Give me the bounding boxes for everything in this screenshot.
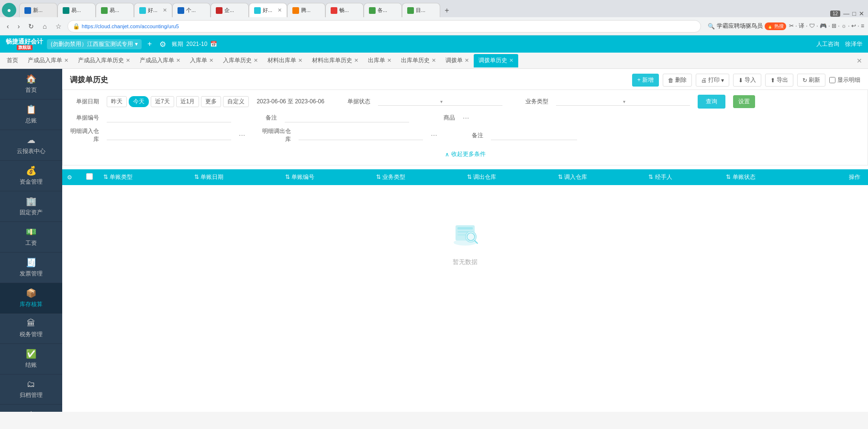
goods-dots[interactable]: ···: [463, 114, 469, 122]
date-7days-btn[interactable]: 近7天: [151, 96, 174, 107]
close-tab-icon[interactable]: ✕: [432, 57, 436, 64]
browser-minimize-btn[interactable]: —: [843, 10, 849, 17]
tab-2[interactable]: 易...: [57, 3, 96, 17]
consultant-label[interactable]: 人工咨询: [816, 40, 839, 48]
page-tab-home[interactable]: 首页: [2, 54, 23, 67]
sidebar-item-fund[interactable]: 💰 资金管理: [0, 161, 62, 191]
tab-5[interactable]: 个...: [172, 3, 211, 17]
sidebar-item-archive[interactable]: 🗂 归档管理: [0, 374, 62, 405]
search-button[interactable]: 查询: [698, 95, 725, 109]
sidebar-item-ledger[interactable]: 📋 总账: [0, 99, 62, 130]
tab-1[interactable]: 新...: [19, 3, 57, 17]
page-tab-cailiao-chuku-history[interactable]: 材料出库单历史 ✕: [307, 54, 363, 67]
sidebar-item-assets[interactable]: 🏢 固定资产: [0, 191, 62, 222]
th-in-warehouse[interactable]: ⇅ 调入仓库: [553, 169, 644, 185]
tab-8[interactable]: 腾...: [287, 3, 325, 17]
tab-4[interactable]: 好... ✕: [134, 3, 172, 17]
note-input[interactable]: [491, 131, 577, 140]
page-tab-chanpin-ruku2[interactable]: 产成品入库单 ✕: [135, 54, 185, 67]
new-tab-button[interactable]: +: [440, 4, 454, 17]
sidebar-item-invoice[interactable]: 🧾 发票管理: [0, 253, 62, 283]
biz-type-filter-select[interactable]: ▾: [556, 98, 690, 106]
close-tab-icon[interactable]: ✕: [298, 57, 302, 64]
page-tab-diaobo[interactable]: 调拨单 ✕: [441, 54, 474, 67]
date-custom-btn[interactable]: 自定义: [223, 96, 249, 107]
import-button[interactable]: ⬇ 导入: [733, 74, 761, 87]
close-tab-icon[interactable]: ✕: [465, 57, 469, 64]
home-button[interactable]: ⌂: [40, 21, 49, 32]
calendar-icon[interactable]: 📅: [210, 41, 217, 47]
page-tab-chanpin-ruku[interactable]: 产成品入库单 ✕: [23, 54, 73, 67]
display-toggle-checkbox[interactable]: [829, 77, 835, 83]
tab-9[interactable]: 畅...: [325, 3, 364, 17]
out-warehouse-dots[interactable]: ···: [431, 131, 437, 140]
sidebar-item-payroll[interactable]: 💵 工资: [0, 222, 62, 253]
page-tab-ruku[interactable]: 入库单 ✕: [185, 54, 218, 67]
sidebar-item-tax[interactable]: 🏛 税务管理: [0, 314, 62, 344]
settings-button[interactable]: ⚙: [157, 40, 168, 49]
sidebar-item-settings[interactable]: ⚙ 基础设置: [0, 405, 62, 412]
close-tab-icon[interactable]: ✕: [126, 57, 130, 64]
page-tab-diaobo-history[interactable]: 调拨单历史 ✕: [474, 54, 518, 67]
add-company-button[interactable]: +: [145, 40, 154, 48]
doc-no-input[interactable]: [107, 113, 231, 122]
select-all-checkbox[interactable]: [86, 173, 93, 180]
collapse-filter-button[interactable]: ∧ 收起更多条件: [445, 150, 486, 158]
company-selector[interactable]: (勿删勿禁用）江西服宝测试专用 ▾: [47, 39, 142, 49]
sidebar-item-close[interactable]: ✅ 结账: [0, 344, 62, 374]
forward-button[interactable]: ›: [15, 21, 23, 32]
page-tab-chanpin-ruku-history[interactable]: 产成品入库单历史 ✕: [73, 54, 135, 67]
tab-7[interactable]: 好... ✕: [249, 3, 287, 17]
sidebar-item-inventory[interactable]: 📦 库存核算: [0, 283, 62, 314]
close-tab-icon[interactable]: ✕: [209, 57, 213, 64]
sidebar-item-reports[interactable]: ☁ 云报表中心: [0, 130, 62, 161]
page-tab-cailiao-chuku[interactable]: 材料出库单 ✕: [263, 54, 307, 67]
page-tab-ruku-history[interactable]: 入库单历史 ✕: [218, 54, 263, 67]
in-warehouse-input[interactable]: [107, 131, 231, 140]
browser-close-btn[interactable]: ✕: [859, 10, 864, 17]
tab-10[interactable]: 各...: [364, 3, 402, 17]
page-tab-chuku-history[interactable]: 出库单历史 ✕: [396, 54, 441, 67]
new-button[interactable]: + 新增: [632, 74, 659, 87]
th-doc-no[interactable]: ⇅ 单账编号: [280, 169, 371, 185]
back-button[interactable]: ‹: [4, 21, 12, 32]
reload-button[interactable]: ↻: [25, 21, 37, 32]
tab-3[interactable]: 易...: [96, 3, 134, 17]
export-button[interactable]: ⬆ 导出: [765, 74, 793, 87]
date-more-btn[interactable]: 更多: [201, 96, 221, 107]
th-checkbox[interactable]: [81, 169, 99, 185]
close-tab-icon[interactable]: ✕: [64, 57, 68, 64]
status-filter-select[interactable]: ▾: [378, 98, 502, 106]
date-yesterday-btn[interactable]: 昨天: [107, 96, 127, 107]
browser-maximize-btn[interactable]: □: [852, 10, 856, 17]
delete-button[interactable]: 🗑 删除: [663, 74, 692, 87]
close-active-tab-icon[interactable]: ✕: [509, 57, 513, 64]
user-name[interactable]: 徐泽华: [845, 40, 862, 48]
th-biz-type[interactable]: ⇅ 业务类型: [371, 169, 462, 185]
close-tab-icon[interactable]: ✕: [254, 57, 258, 64]
print-button[interactable]: 🖨 打印 ▾: [696, 74, 729, 87]
close-tab-icon[interactable]: ✕: [387, 57, 391, 64]
th-gear[interactable]: ⚙: [62, 169, 81, 185]
filter-settings-button[interactable]: 设置: [733, 95, 755, 108]
page-tab-chuku[interactable]: 出库单 ✕: [363, 54, 396, 67]
th-out-warehouse[interactable]: ⇅ 调出仓库: [462, 169, 553, 185]
sidebar-item-home[interactable]: 🏠 首页: [0, 69, 62, 99]
date-today-btn[interactable]: 今天: [129, 96, 149, 107]
close-tab-icon[interactable]: ✕: [354, 57, 358, 64]
refresh-button[interactable]: ↻ 刷新: [797, 74, 825, 87]
tab-11[interactable]: 目...: [402, 3, 440, 17]
in-warehouse-dots[interactable]: ···: [239, 131, 245, 140]
th-doc-status[interactable]: ⇅ 单账状态: [721, 169, 812, 185]
th-doc-date[interactable]: ⇅ 单账日期: [189, 169, 280, 185]
out-warehouse-input[interactable]: [299, 131, 423, 140]
remark-input[interactable]: [285, 113, 409, 122]
display-toggle[interactable]: 显示明细: [829, 76, 860, 84]
tab-6[interactable]: 企...: [211, 3, 249, 17]
close-tab-icon[interactable]: ✕: [176, 57, 180, 64]
date-1month-btn[interactable]: 近1月: [176, 96, 200, 107]
url-bar[interactable]: 🔒 https://cloud.chanjet.com/accounting/u…: [67, 20, 701, 33]
th-doc-type[interactable]: ⇅ 单账类型: [99, 169, 189, 185]
th-handler[interactable]: ⇅ 经手人: [644, 169, 721, 185]
close-all-tabs-button[interactable]: ✕: [853, 57, 866, 65]
